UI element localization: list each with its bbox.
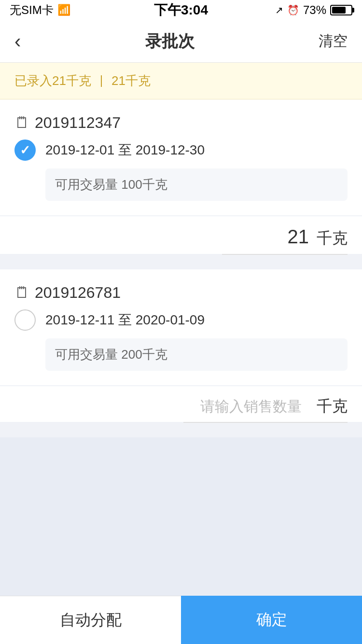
batch1-card: 🗒 2019112347 2019-12-01 至 2019-12-30 可用交…: [0, 99, 362, 215]
battery-pct: 73%: [303, 3, 326, 17]
status-bar-left: 无SIM卡 📶: [10, 2, 70, 18]
batch1-qty-row: 21 千克: [0, 216, 362, 254]
batch2-input-divider: [183, 422, 348, 423]
batch2-card: 🗒 2019126781 2019-12-11 至 2020-01-09 可用交…: [0, 269, 362, 385]
batch2-qty-input[interactable]: [183, 398, 309, 415]
batch1-radio[interactable]: [14, 140, 36, 161]
summary-value: 21千克: [111, 72, 151, 89]
summary-bar: 已录入21千克 21千克: [0, 63, 362, 99]
page-title: 录批次: [145, 30, 195, 53]
status-bar-right: ↗ ⏰ 73%: [275, 3, 352, 17]
location-icon: ↗: [275, 4, 283, 16]
bottom-bar: 自动分配 确定: [0, 596, 362, 644]
batch1-doc-icon: 🗒: [14, 114, 30, 132]
alarm-icon: ⏰: [287, 4, 299, 16]
status-bar-time: 下午3:04: [154, 1, 208, 19]
carrier-text: 无SIM卡: [10, 2, 54, 18]
batch1-number: 2019112347: [35, 114, 121, 132]
confirm-button[interactable]: 确定: [181, 596, 362, 644]
batch1-avail: 可用交易量 100千克: [45, 168, 348, 201]
batch1-date-range: 2019-12-01 至 2019-12-30: [45, 141, 205, 159]
battery-icon: [330, 5, 352, 15]
batch1-row[interactable]: 2019-12-01 至 2019-12-30: [14, 140, 348, 161]
batch2-radio[interactable]: [14, 309, 36, 331]
batch2-row[interactable]: 2019-12-11 至 2020-01-09: [14, 309, 348, 331]
clear-button[interactable]: 清空: [319, 31, 348, 51]
batch2-input-unit: 千克: [317, 396, 348, 417]
batch2-date-range: 2019-12-11 至 2020-01-09: [45, 311, 205, 329]
batch2-avail: 可用交易量 200千克: [45, 338, 348, 371]
summary-divider: [101, 75, 102, 87]
batch2-header: 🗒 2019126781: [14, 284, 348, 302]
batch1-qty-value: 21: [288, 226, 309, 248]
wifi-icon: 📶: [57, 4, 70, 16]
batch1-qty-unit: 千克: [317, 228, 348, 249]
batch2-doc-icon: 🗒: [14, 284, 30, 302]
status-bar: 无SIM卡 📶 下午3:04 ↗ ⏰ 73%: [0, 0, 362, 20]
batch2-number: 2019126781: [35, 284, 121, 302]
batch1-qty-divider: [222, 254, 348, 255]
batch1-header: 🗒 2019112347: [14, 114, 348, 132]
batch2-input-row[interactable]: 千克: [0, 386, 362, 422]
auto-distribute-button[interactable]: 自动分配: [0, 596, 181, 644]
nav-bar: ‹ 录批次 清空: [0, 20, 362, 63]
back-button[interactable]: ‹: [14, 30, 21, 52]
summary-label: 已录入21千克: [14, 72, 91, 89]
